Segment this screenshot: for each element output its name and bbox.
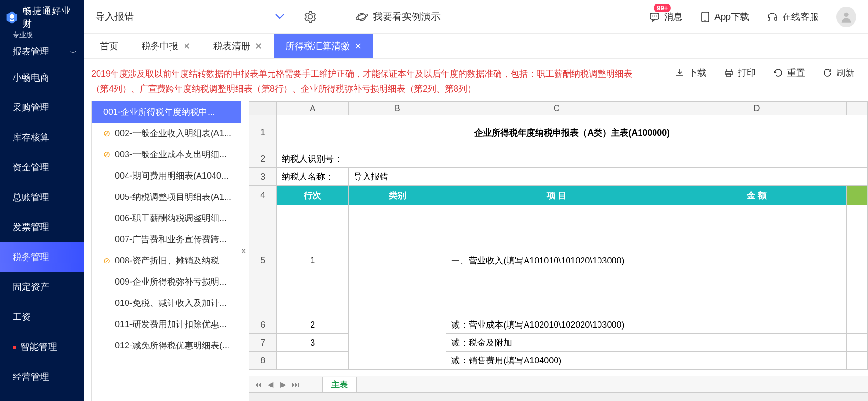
demo-label: 我要看实例演示 [373, 10, 441, 23]
cell[interactable]: 2 [277, 316, 349, 334]
list-item[interactable]: 012-减免所得税优惠明细表(... [92, 335, 241, 356]
list-item[interactable]: 004-期间费用明细表(A1040... [92, 165, 241, 186]
sheet-first-icon[interactable]: ⏮ [253, 379, 263, 390]
tab-tax-forms[interactable]: 税表清册✕ [202, 34, 274, 58]
customer-service-button[interactable]: 在线客服 [767, 11, 819, 23]
nav-item-inventory[interactable]: 库存核算 [0, 123, 84, 152]
nav-item-invoice[interactable]: 发票管理 [0, 212, 84, 242]
col-header-a[interactable]: A [277, 102, 349, 115]
collapse-handle[interactable]: « [241, 246, 246, 256]
list-item[interactable]: 005-纳税调整项目明细表(A1... [92, 186, 241, 207]
cell-taxpayer-name-label[interactable]: 纳税人名称： [277, 168, 349, 186]
chevron-down-icon[interactable] [275, 14, 285, 20]
svg-point-5 [654, 15, 655, 16]
list-item[interactable]: 009-企业所得税弥补亏损明... [92, 271, 241, 292]
gear-icon[interactable] [304, 11, 316, 23]
cell-amount[interactable] [667, 205, 847, 316]
cell[interactable] [847, 316, 868, 334]
cell[interactable]: 3 [277, 334, 349, 352]
sheet-prev-icon[interactable]: ◀ [265, 379, 276, 390]
chat-icon [649, 11, 660, 23]
col-header-item[interactable]: 项 目 [446, 186, 667, 205]
nav-item-tax[interactable]: 税务管理 [0, 242, 84, 272]
cell[interactable] [847, 205, 868, 316]
list-item[interactable]: ⊘008-资产折旧、摊销及纳税... [92, 250, 241, 271]
cell-taxpayer-id[interactable] [446, 150, 868, 168]
cell[interactable] [847, 352, 868, 370]
cell-taxpayer-name[interactable]: 导入报错 [349, 168, 868, 186]
nav-item-assets[interactable]: 固定资产 [0, 272, 84, 302]
col-header-extra[interactable] [847, 102, 868, 115]
list-item[interactable]: 011-研发费用加计扣除优惠... [92, 314, 241, 335]
svg-rect-14 [727, 74, 731, 77]
download-button[interactable]: 下载 [675, 67, 707, 79]
tab-tax-filing[interactable]: 税务申报✕ [130, 34, 202, 58]
col-header-c[interactable]: C [446, 102, 667, 115]
col-header-amount[interactable]: 金 额 [667, 186, 847, 205]
horizontal-scrollbar[interactable] [249, 392, 868, 401]
col-header-category[interactable]: 类别 [349, 186, 446, 205]
list-item[interactable]: 006-职工薪酬纳税调整明细... [92, 207, 241, 229]
cell-item[interactable]: 减：销售费用(填写A104000) [446, 352, 667, 370]
row-header[interactable]: 8 [249, 352, 277, 370]
app-download-button[interactable]: App下载 [700, 11, 749, 23]
col-header-extra-green[interactable] [847, 186, 868, 205]
svg-point-0 [10, 14, 14, 19]
list-item[interactable]: ⊘003-一般企业成本支出明细... [92, 144, 241, 165]
refresh-icon [823, 68, 832, 78]
reset-button[interactable]: 重置 [773, 67, 805, 79]
row-header[interactable]: 7 [249, 334, 277, 352]
tab-income-tax-settlement[interactable]: 所得税汇算清缴✕ [274, 34, 373, 58]
cell-item[interactable]: 减：税金及附加 [446, 334, 667, 352]
row-header[interactable]: 6 [249, 316, 277, 334]
brand-name: 畅捷通好业财 [23, 5, 79, 30]
nav-item-business[interactable]: 经营管理 [0, 362, 84, 392]
cell-taxpayer-id-label[interactable]: 纳税人识别号： [277, 150, 446, 168]
cell-amount[interactable] [667, 316, 847, 334]
list-item[interactable]: ⊘002-一般企业收入明细表(A1... [92, 123, 241, 144]
close-icon[interactable]: ✕ [355, 41, 362, 52]
nav-item-salary[interactable]: 工资 [0, 302, 84, 332]
close-icon[interactable]: ✕ [255, 41, 262, 52]
list-item[interactable]: 010-免税、减计收入及加计... [92, 292, 241, 314]
nav-item-purchase[interactable]: 采购管理 [0, 93, 84, 123]
row-header[interactable]: 2 [249, 150, 277, 168]
tab-home[interactable]: 首页 [88, 34, 130, 58]
sheet-title[interactable]: 企业所得税年度纳税申报表（A类）主表(A100000) [277, 115, 868, 150]
avatar[interactable] [836, 7, 856, 27]
select-all-corner[interactable] [249, 102, 277, 115]
refresh-button[interactable]: 刷新 [823, 67, 854, 79]
nav-item-ledger[interactable]: 总账管理 [0, 182, 84, 212]
col-header-seq[interactable]: 行次 [277, 186, 349, 205]
nav-item-funds[interactable]: 资金管理 [0, 152, 84, 182]
list-item[interactable]: 007-广告费和业务宣传费跨... [92, 229, 241, 250]
sheet-grid[interactable]: A B C D 1 企业所得税年度纳税申报表（A类）主表(A100000) 2 [249, 101, 868, 376]
sheet-next-icon[interactable]: ▶ [278, 379, 288, 390]
sheet-tab-main[interactable]: 主表 [322, 377, 357, 392]
cell-category[interactable] [349, 205, 446, 370]
message-button[interactable]: 99+ 消息 [649, 11, 683, 23]
cell-amount[interactable] [667, 352, 847, 370]
cell[interactable] [277, 352, 349, 370]
nav-item-intelligent[interactable]: 智能管理 [0, 332, 84, 362]
cell[interactable]: 1 [277, 205, 349, 316]
col-header-d[interactable]: D [667, 102, 847, 115]
sheet-last-icon[interactable]: ⏭ [290, 379, 301, 390]
print-button[interactable]: 打印 [724, 67, 756, 79]
row-header[interactable]: 4 [249, 186, 277, 205]
demo-link[interactable]: 我要看实例演示 [356, 10, 441, 23]
list-item[interactable]: 001-企业所得税年度纳税申... [92, 101, 241, 123]
row-header[interactable]: 3 [249, 168, 277, 186]
nav-item-reports[interactable]: 报表管理﹀ [0, 43, 84, 63]
cell-item[interactable]: 一、营业收入(填写A101010\101020\103000) [446, 205, 667, 316]
close-icon[interactable]: ✕ [183, 41, 190, 52]
cell[interactable] [847, 334, 868, 352]
nav-item-ecommerce[interactable]: 小畅电商 [0, 63, 84, 93]
svg-rect-8 [704, 20, 706, 21]
col-header-b[interactable]: B [349, 102, 446, 115]
row-header[interactable]: 5 [249, 205, 277, 316]
cell-item[interactable]: 减：营业成本(填写A102010\102020\103000) [446, 316, 667, 334]
svg-point-11 [844, 12, 848, 16]
cell-amount[interactable] [667, 334, 847, 352]
row-header[interactable]: 1 [249, 115, 277, 150]
